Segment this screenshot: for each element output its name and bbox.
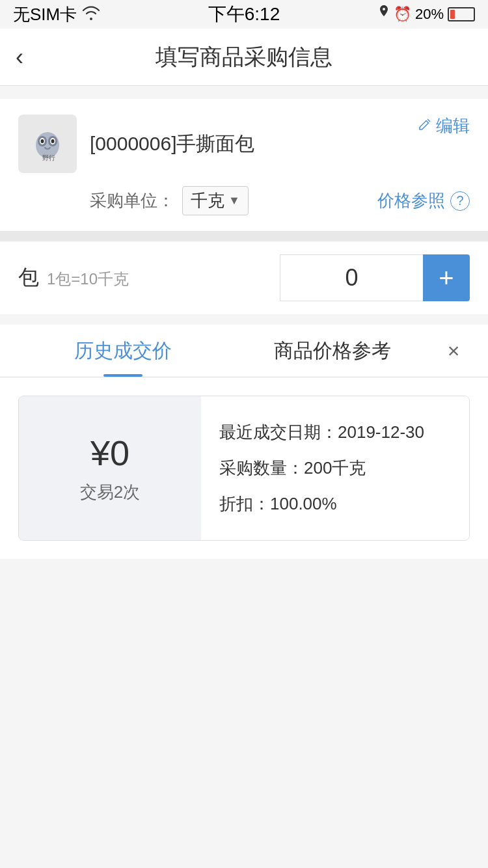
product-name: [0000006]手撕面包	[90, 131, 254, 157]
main-content	[0, 559, 488, 868]
tab-history-price[interactable]: 历史成交价	[18, 325, 228, 377]
section-divider	[0, 231, 488, 241]
wifi-icon	[82, 5, 100, 25]
product-image: 野行	[18, 115, 77, 173]
product-left: 野行 [0000006]手撕面包	[18, 115, 254, 173]
price-currency: ¥	[90, 433, 110, 472]
close-icon: ×	[448, 339, 460, 363]
price-card-left: ¥0 交易2次	[19, 396, 201, 540]
quantity-plus-button[interactable]: +	[423, 254, 470, 301]
price-card: ¥0 交易2次 最近成交日期：2019-12-30 采购数量：200千克 折扣：…	[18, 396, 470, 541]
quantity-section: 包 1包=10千克 +	[0, 241, 488, 314]
quantity-conversion: 1包=10千克	[47, 269, 129, 290]
back-button[interactable]: ‹	[16, 44, 23, 71]
product-section: 野行 [0000006]手撕面包 编辑 采购单位： 千克 ▼ 价格参照	[0, 99, 488, 231]
svg-point-6	[51, 139, 55, 143]
unit-value: 千克	[191, 189, 224, 212]
price-ref-label: 价格参照	[377, 189, 445, 212]
unit-row-left: 采购单位： 千克 ▼	[18, 186, 249, 215]
quantity-unit-label: 包	[18, 264, 39, 292]
page-title: 填写商品采购信息	[156, 42, 332, 72]
svg-text:野行: 野行	[42, 154, 55, 161]
tab-close-button[interactable]: ×	[437, 334, 470, 367]
product-header: 野行 [0000006]手撕面包 编辑	[18, 115, 470, 173]
discount-value: 100.00%	[270, 494, 337, 513]
recent-date-row: 最近成交日期：2019-12-30	[219, 420, 451, 445]
unit-select[interactable]: 千克 ▼	[182, 186, 249, 215]
product-unit-row: 采购单位： 千克 ▼ 价格参照 ?	[18, 186, 470, 215]
recent-date-label: 最近成交日期：	[219, 422, 338, 442]
tab-header: 历史成交价 商品价格参考 ×	[0, 325, 488, 377]
carrier-text: 无SIM卡	[13, 3, 77, 26]
status-time: 下午6:12	[208, 2, 280, 27]
nav-bar: ‹ 填写商品采购信息	[0, 29, 488, 86]
status-left: 无SIM卡	[13, 3, 100, 26]
battery-icon	[448, 7, 475, 21]
discount-row: 折扣：100.00%	[219, 491, 451, 517]
tab-history-label: 历史成交价	[74, 338, 172, 364]
help-icon: ?	[450, 191, 470, 211]
price-ref-button[interactable]: 价格参照 ?	[377, 189, 470, 212]
status-bar: 无SIM卡 下午6:12 ⏰ 20%	[0, 0, 488, 29]
tab-reference-label: 商品价格参考	[274, 338, 391, 364]
edit-icon	[418, 117, 432, 135]
purchase-qty-value: 200千克	[304, 458, 366, 478]
price-count: 交易2次	[80, 481, 140, 504]
status-right: ⏰ 20%	[378, 5, 475, 23]
price-value: 0	[110, 433, 129, 472]
quantity-right: +	[280, 254, 470, 301]
svg-point-5	[41, 139, 44, 143]
discount-label: 折扣：	[219, 494, 270, 513]
quantity-left: 包 1包=10千克	[18, 264, 129, 292]
alarm-icon: ⏰	[394, 6, 411, 23]
purchase-qty-label: 采购数量：	[219, 458, 304, 478]
price-amount: ¥0	[90, 433, 129, 473]
unit-label: 采购单位：	[90, 189, 174, 212]
battery-percent: 20%	[415, 6, 444, 23]
plus-icon: +	[439, 264, 454, 293]
tab-price-reference[interactable]: 商品价格参考	[228, 325, 437, 377]
quantity-input[interactable]	[280, 254, 423, 301]
recent-date-value: 2019-12-30	[338, 422, 424, 442]
edit-button[interactable]: 编辑	[418, 115, 470, 137]
history-content: ¥0 交易2次 最近成交日期：2019-12-30 采购数量：200千克 折扣：…	[0, 377, 488, 559]
price-card-right: 最近成交日期：2019-12-30 采购数量：200千克 折扣：100.00%	[201, 396, 469, 540]
tab-section: 历史成交价 商品价格参考 × ¥0 交易2次 最近成交日期：2019-12-30	[0, 325, 488, 559]
dropdown-icon: ▼	[228, 194, 240, 208]
tab-active-indicator	[103, 374, 142, 377]
edit-label: 编辑	[436, 115, 470, 137]
purchase-qty-row: 采购数量：200千克	[219, 455, 451, 481]
location-icon	[378, 5, 390, 23]
